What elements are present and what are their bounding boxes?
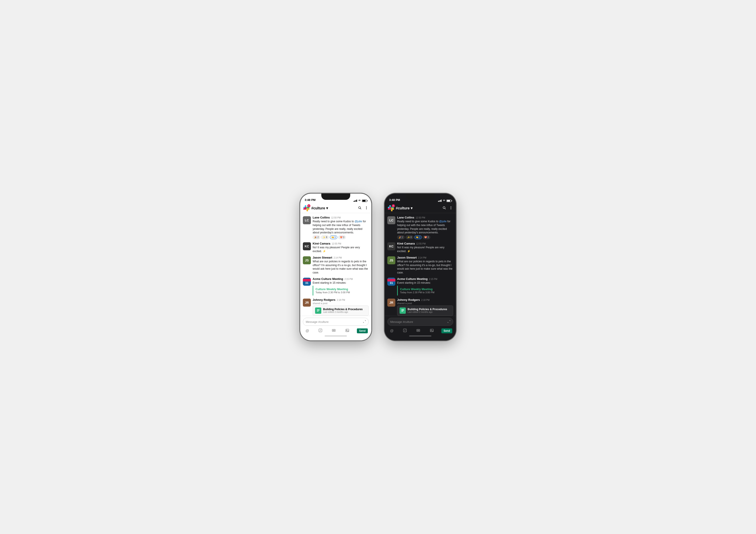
expand-icon[interactable] <box>363 320 366 323</box>
message-text: What are our policies in regards to pets… <box>397 260 453 274</box>
message-header: Acme Culture Meeting2:15 PM <box>397 277 453 281</box>
send-button[interactable]: Send <box>441 328 452 333</box>
signal-bars <box>354 200 357 202</box>
message-input[interactable]: Message #culture <box>387 318 453 326</box>
message-time: 2:14 PM <box>334 257 342 259</box>
svg-rect-7 <box>317 311 319 312</box>
screen-dark: 3:48 PM 1#culture ▾LCLane Collins12:50 P… <box>385 194 456 340</box>
slash-icon[interactable] <box>317 327 324 334</box>
message-row: JSJason Stewart2:14 PMWhat are our polic… <box>385 255 456 275</box>
notification-badge: 1 <box>307 204 310 207</box>
at-icon[interactable]: @ <box>388 328 395 334</box>
app-header: 1#culture ▾ <box>385 203 456 213</box>
battery-icon <box>362 200 367 202</box>
send-button[interactable]: Send <box>357 328 368 333</box>
event-time: Today from 2:30 PM to 3:00 PM <box>400 291 451 294</box>
svg-rect-20 <box>401 309 404 310</box>
search-icon[interactable] <box>443 206 446 211</box>
home-bar <box>409 336 431 336</box>
toolbar: @Send <box>387 327 453 334</box>
attach-icon[interactable] <box>330 327 338 334</box>
reaction[interactable]: 💝 3 <box>338 236 346 239</box>
status-icons <box>438 199 452 202</box>
reaction[interactable]: ✨ 8 <box>321 236 329 239</box>
reaction[interactable]: ✨ 8 <box>406 236 413 239</box>
bottom-bar: Message #culture@Send <box>385 316 456 340</box>
svg-rect-12 <box>334 330 335 331</box>
message-text: Really need to give some Kudos to @julie… <box>312 220 369 235</box>
header-icons <box>443 206 453 211</box>
calendar-number: 31 <box>390 281 393 284</box>
reaction[interactable]: 🤜 1 <box>414 236 422 239</box>
svg-rect-6 <box>317 310 319 311</box>
message-row: JSJason Stewart2:14 PMWhat are our polic… <box>300 255 371 275</box>
sender-name: Kiné Camara <box>397 242 415 245</box>
message-content: Jason Stewart2:14 PMWhat are our policie… <box>312 256 369 274</box>
sender-name: Acme Culture Meeting <box>312 277 343 281</box>
sender-name: Jason Stewart <box>397 256 417 259</box>
shared-post-label: shared a post <box>312 302 369 305</box>
post-card[interactable]: Building Policies & ProceduresLast edite… <box>397 305 453 316</box>
at-icon[interactable]: @ <box>304 328 311 334</box>
message-input[interactable]: Message #culture <box>303 318 369 326</box>
more-menu-icon[interactable] <box>364 206 368 211</box>
phone-notch <box>321 194 350 200</box>
slash-icon[interactable] <box>401 327 409 334</box>
message-time: 2:15 PM <box>344 278 353 280</box>
reaction[interactable]: 💝 3 <box>423 236 430 239</box>
post-info: Building Policies & ProceduresLast edite… <box>323 308 366 313</box>
sender-name: Jason Stewart <box>312 256 332 259</box>
message-content: Kiné Camara12:55 PMNo! It was my pleasur… <box>397 242 453 253</box>
message-content: Johnny Rodgers2:18 PMshared a postBuildi… <box>397 298 453 316</box>
sender-name: Johnny Rodgers <box>312 298 336 301</box>
post-card[interactable]: Building Policies & ProceduresLast edite… <box>312 305 369 316</box>
header-icons <box>358 206 368 211</box>
reaction[interactable]: 🎉 2 <box>312 236 320 239</box>
svg-line-1 <box>361 208 361 209</box>
attach-icon[interactable] <box>415 327 422 334</box>
message-header: Lane Collins12:50 PM <box>397 216 453 219</box>
event-time: Today from 2:30 PM to 3:00 PM <box>315 291 366 294</box>
event-card[interactable]: Culture Weekly MeetingToday from 2:30 PM… <box>397 286 453 295</box>
calendar-number: 31 <box>305 281 309 284</box>
event-title: Culture Weekly Meeting <box>315 288 366 291</box>
message-row: JRJohnny Rodgers2:18 PMshared a postBuil… <box>385 297 456 316</box>
signal-bars <box>438 200 442 202</box>
user-avatar: LC <box>387 216 395 224</box>
svg-line-16 <box>445 208 446 209</box>
post-icon <box>400 307 406 314</box>
message-time: 12:55 PM <box>332 242 341 245</box>
reaction[interactable]: 🎉 2 <box>397 236 405 239</box>
more-menu-icon[interactable] <box>449 206 453 211</box>
status-time: 3:48 PM <box>389 198 400 202</box>
message-header: Acme Culture Meeting2:15 PM <box>312 277 369 281</box>
bottom-bar: Message #culture@Send <box>300 316 371 340</box>
image-icon[interactable] <box>428 327 436 334</box>
message-row: JRJohnny Rodgers2:18 PMshared a postBuil… <box>300 297 371 316</box>
calendar-avatar: 31 <box>387 278 395 286</box>
post-icon <box>315 307 321 314</box>
svg-rect-5 <box>317 309 319 310</box>
reactions: 🎉 2✨ 8🤜 1💝 3 <box>397 236 453 239</box>
image-icon[interactable] <box>343 327 351 334</box>
message-row: LCLane Collins12:50 PMReally need to giv… <box>300 215 371 240</box>
svg-rect-28 <box>430 329 433 332</box>
svg-rect-21 <box>401 310 404 311</box>
channel-name[interactable]: #culture ▾ <box>311 206 358 210</box>
search-icon[interactable] <box>358 206 362 211</box>
svg-point-17 <box>451 206 451 207</box>
event-card[interactable]: Culture Weekly MeetingToday from 2:30 PM… <box>312 286 369 295</box>
svg-rect-10 <box>332 329 335 331</box>
svg-point-18 <box>451 207 451 208</box>
input-placeholder: Message #culture <box>390 320 413 323</box>
svg-rect-11 <box>333 330 334 331</box>
message-time: 2:18 PM <box>421 299 430 301</box>
channel-name[interactable]: #culture ▾ <box>396 206 443 210</box>
message-content: Lane Collins12:50 PMReally need to give … <box>397 216 453 239</box>
sender-name: Lane Collins <box>312 216 330 219</box>
reaction[interactable]: 🤜 1 <box>330 236 337 239</box>
expand-icon[interactable] <box>447 320 450 323</box>
slack-logo-wrap: 1 <box>303 205 310 211</box>
message-text: What are our policies in regards to pets… <box>312 260 369 274</box>
phone-notch <box>406 194 435 200</box>
